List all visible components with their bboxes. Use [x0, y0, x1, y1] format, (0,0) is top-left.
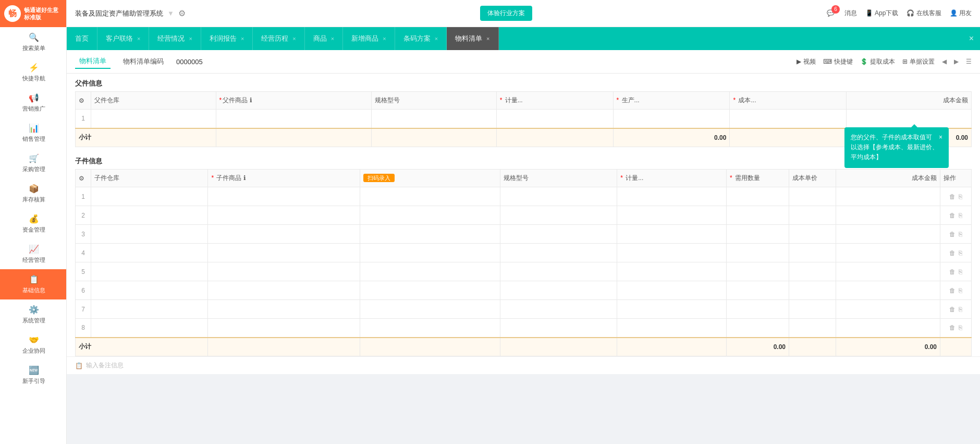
child-row-1-warehouse[interactable] [91, 187, 208, 206]
tab-barcode[interactable]: 条码方案 × [395, 27, 447, 50]
child-col-scan[interactable]: 扫码录入 [360, 170, 500, 187]
child-row-1-delete-icon[interactable]: 🗑 [949, 193, 956, 200]
child-row-1-unit-price[interactable] [789, 187, 836, 206]
tab-product-close[interactable]: × [331, 35, 334, 42]
child-row-6-spec[interactable] [500, 281, 617, 300]
child-row-7-unit[interactable] [617, 300, 727, 319]
sidebar-item-guide[interactable]: 🆕 新手引导 [0, 360, 66, 390]
child-row-2-warehouse[interactable] [91, 206, 208, 225]
child-row-1-unit[interactable] [617, 187, 727, 206]
child-row-4-delete-icon[interactable]: 🗑 [949, 249, 956, 257]
gear-icon[interactable]: ⚙ [178, 8, 186, 18]
child-row-5-unit-price[interactable] [789, 262, 836, 281]
tab-customer-close[interactable]: × [137, 35, 140, 42]
child-row-1-scan[interactable] [360, 187, 500, 206]
child-row-3-product[interactable] [208, 225, 360, 244]
note-text[interactable]: 输入备注信息 [86, 361, 124, 370]
single-setting-btn[interactable]: ⊞ 单据设置 [902, 57, 935, 66]
tab-bom-close[interactable]: × [486, 35, 489, 42]
child-row-6-warehouse[interactable] [91, 281, 208, 300]
tab-product[interactable]: 商品 × [305, 27, 343, 50]
sidebar-item-purchase[interactable]: 🛒 采购管理 [0, 148, 66, 178]
child-col-settings[interactable]: ⚙ [76, 170, 91, 187]
child-row-4-action[interactable]: 🗑 ⎘ [940, 244, 972, 262]
tab-profit[interactable]: 利润报告 × [201, 27, 253, 50]
child-row-7-action[interactable]: 🗑 ⎘ [940, 300, 972, 319]
nav-next[interactable]: ▶ [954, 58, 959, 65]
tab-operations-status[interactable]: 经营情况 × [149, 27, 201, 50]
child-row-4-product[interactable] [208, 244, 360, 262]
tab-home[interactable]: 首页 [67, 27, 97, 50]
user-avatar[interactable]: 👤 用友 [950, 9, 972, 18]
tab-new-product-close[interactable]: × [383, 35, 386, 42]
tab-ops-close[interactable]: × [189, 35, 192, 42]
close-all-tabs[interactable]: × [963, 34, 980, 43]
child-row-8-qty[interactable] [727, 319, 789, 338]
child-row-4-scan[interactable] [360, 244, 500, 262]
child-row-7-scan[interactable] [360, 300, 500, 319]
sidebar-item-marketing[interactable]: 📢 营销推广 [0, 88, 66, 118]
child-row-5-delete-icon[interactable]: 🗑 [949, 268, 956, 275]
sidebar-item-collab[interactable]: 🤝 企业协同 [0, 330, 66, 360]
child-row-5-qty[interactable] [727, 262, 789, 281]
child-row-4-unit-price[interactable] [789, 244, 836, 262]
child-row-6-delete-icon[interactable]: 🗑 [949, 287, 956, 294]
child-row-2-qty[interactable] [727, 206, 789, 225]
child-row-8-warehouse[interactable] [91, 319, 208, 338]
child-row-3-delete-icon[interactable]: 🗑 [949, 231, 956, 238]
child-row-8-spec[interactable] [500, 319, 617, 338]
child-row-4-spec[interactable] [500, 244, 617, 262]
child-row-5-spec[interactable] [500, 262, 617, 281]
sidebar-item-operations[interactable]: 📈 经营管理 [0, 239, 66, 269]
child-row-5-copy-icon[interactable]: ⎘ [959, 268, 962, 275]
app-download[interactable]: 📱 App下载 [865, 9, 898, 18]
shortcut-btn[interactable]: ⌨ 快捷键 [823, 57, 853, 66]
child-row-1-product[interactable] [208, 187, 360, 206]
nav-prev[interactable]: ◀ [942, 58, 947, 65]
child-row-1-copy-icon[interactable]: ⎘ [959, 193, 962, 200]
child-row-7-spec[interactable] [500, 300, 617, 319]
child-row-6-unit-price[interactable] [789, 281, 836, 300]
child-row-2-product[interactable] [208, 206, 360, 225]
child-row-6-unit[interactable] [617, 281, 727, 300]
child-row-3-copy-icon[interactable]: ⎘ [959, 231, 962, 238]
child-row-3-unit-price[interactable] [789, 225, 836, 244]
child-row-5-warehouse[interactable] [91, 262, 208, 281]
child-row-3-spec[interactable] [500, 225, 617, 244]
tab-history[interactable]: 经营历程 × [253, 27, 304, 50]
child-row-7-copy-icon[interactable]: ⎘ [959, 306, 962, 313]
child-row-2-unit[interactable] [617, 206, 727, 225]
extract-cost-btn[interactable]: 💲 提取成本 [860, 57, 895, 66]
child-row-8-product[interactable] [208, 319, 360, 338]
sidebar-item-search[interactable]: 🔍 搜索菜单 [0, 27, 66, 57]
child-row-5-unit[interactable] [617, 262, 727, 281]
child-row-1-qty[interactable] [727, 187, 789, 206]
child-row-8-unit[interactable] [617, 319, 727, 338]
tab-barcode-close[interactable]: × [435, 35, 438, 42]
child-row-6-qty[interactable] [727, 281, 789, 300]
child-row-4-copy-icon[interactable]: ⎘ [959, 249, 962, 257]
online-service[interactable]: 🎧 在线客服 [906, 9, 941, 18]
tab-customer[interactable]: 客户联络 × [97, 27, 149, 50]
child-row-4-unit[interactable] [617, 244, 727, 262]
tab-profit-close[interactable]: × [241, 35, 244, 42]
child-row-7-qty[interactable] [727, 300, 789, 319]
child-row-6-scan[interactable] [360, 281, 500, 300]
child-row-8-delete-icon[interactable]: 🗑 [949, 324, 956, 331]
sidebar-item-finance[interactable]: 💰 资金管理 [0, 209, 66, 239]
child-row-1-action[interactable]: 🗑 ⎘ [940, 187, 972, 206]
child-row-1-spec[interactable] [500, 187, 617, 206]
child-row-3-warehouse[interactable] [91, 225, 208, 244]
child-row-8-copy-icon[interactable]: ⎘ [959, 324, 962, 331]
sidebar-item-inventory[interactable]: 📦 库存核算 [0, 178, 66, 209]
tab-history-close[interactable]: × [292, 35, 296, 42]
child-row-2-spec[interactable] [500, 206, 617, 225]
child-row-5-product[interactable] [208, 262, 360, 281]
layout-icon[interactable]: ☰ [966, 58, 972, 65]
child-row-7-warehouse[interactable] [91, 300, 208, 319]
parent-row-1-warehouse[interactable] [91, 110, 216, 128]
parent-col-settings[interactable]: ⚙ [76, 92, 91, 110]
view-video-btn[interactable]: ▶ 视频 [797, 57, 816, 66]
child-row-4-qty[interactable] [727, 244, 789, 262]
child-row-6-product[interactable] [208, 281, 360, 300]
